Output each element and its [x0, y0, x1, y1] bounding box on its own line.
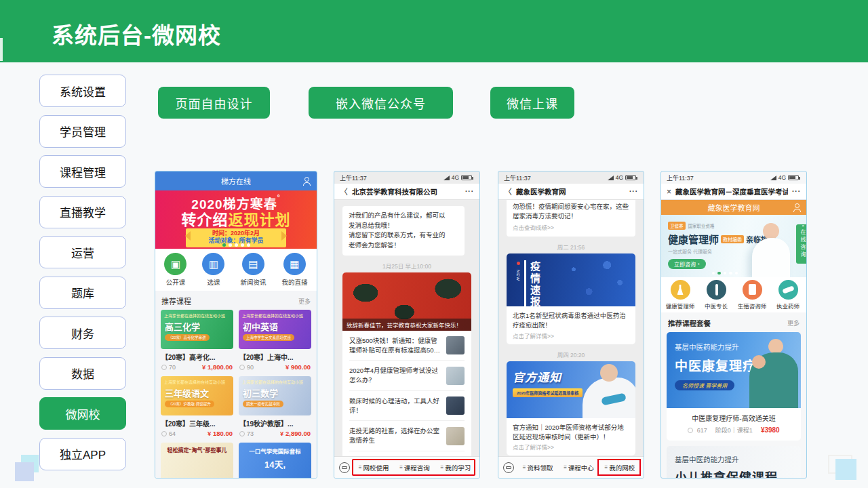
sidebar-item-finance[interactable]: 财务 [39, 317, 126, 349]
article-card-epidemic[interactable]: NEW 疫情速报 北京1名新型冠状病毒患者通过中医药治疗痊愈出院！ 点击了解详情… [507, 253, 635, 344]
article-link[interactable]: 点击了解详情>> [507, 331, 635, 344]
sidebar-item-question-bank[interactable]: 题库 [39, 277, 126, 309]
hero-banner[interactable]: 卫健委 国家职业资格 健康管理师 教材编委 亲临授课 一站式服务 代理服务 立即… [661, 215, 806, 277]
sidebar-item-data[interactable]: 数据 [39, 357, 126, 390]
article-card-notice[interactable]: 官方通知 2020年医师资格考试延迟现场审核 官方通知｜2020年医师资格考试部… [507, 361, 635, 456]
menu-my-school[interactable]: ≡我的网校 [604, 463, 635, 472]
article-card[interactable]: 致辞新春佳节，芸学教育恭祝大家新年快乐！ 又涨500块钱！新通知：健康管理师补贴… [342, 272, 471, 479]
quick-icon-news[interactable]: ▤ 新闻资讯 [240, 253, 266, 287]
course-card[interactable]: 上海家长都在选择的在线互动小班 初中英语 上海中学生英文素质培优班 【20寒】上… [239, 310, 311, 371]
status-icons: 4G [608, 174, 638, 181]
quick-icon-my-live[interactable]: ▦ 我的直播 [281, 253, 307, 287]
course-card[interactable]: 轻松搞定“淘气”那些事儿 [161, 443, 233, 479]
article-item[interactable]: 2020年4月健康管理师考试没过怎么办？ [349, 360, 465, 390]
more-link[interactable]: 更多 [298, 297, 311, 306]
battery-icon [625, 175, 636, 180]
promo-banner[interactable]: 2020梯方寒春 转介绍返现计划 时间：2020年2月 活动对象：所有学员 [155, 190, 317, 249]
article-card-cut[interactable]: 勿恐慌！疫情期间想要安心宅在家，这些居家消毒方法要切记！ 点击查询成绩>> [507, 200, 635, 237]
course-card[interactable]: 一口气学完国际音标 14天, [239, 443, 311, 479]
consult-now-button[interactable]: 立即咨询› [668, 259, 706, 269]
clipboard-icon [743, 280, 762, 300]
menu-school-usage[interactable]: ≡网校使用 [359, 463, 389, 472]
category-fertility-consultant[interactable]: 生殖咨询师 [737, 280, 767, 310]
epidemic-cover-image: NEW 疫情速报 [507, 253, 635, 306]
nurse-photo [747, 220, 794, 277]
arrow-icon: › [698, 261, 700, 267]
course-card[interactable]: 上海家长都在选择的在线互动小班 初三数学 期末一模考实战冲刺 【19秋沪教版】.… [239, 376, 311, 437]
article-link[interactable]: 点击了解详情>> [507, 443, 635, 455]
header-left-accent [0, 38, 3, 61]
feature-button-wechat-class[interactable]: 微信上课 [490, 87, 574, 119]
sidebar-item-micro-school[interactable]: 微网校 [39, 397, 126, 430]
category-health-manager[interactable]: 健康管理师 [665, 280, 695, 310]
chat-bubble: 对我们的产品有什么建议，都可以 发消息给我哦！ 请您留下您的联系方式，有专业的 … [342, 206, 465, 256]
person-head [752, 355, 766, 369]
cover-pill: 上海中学生英文素质培优班 [243, 334, 294, 341]
sidebar-item-operations[interactable]: 运营 [39, 236, 126, 268]
article-item[interactable]: 走投无路的社畜，选择在办公室激情养生 [349, 420, 465, 451]
quick-icon-open-course[interactable]: ▣ 公开课 [164, 253, 186, 287]
status-bar: 上午11:37 4G [498, 171, 644, 184]
menu-course-center[interactable]: ≡课程中心 [564, 463, 594, 472]
sidebar-item-standalone-app[interactable]: 独立APP [39, 438, 126, 470]
sidebar-item-student-mgmt[interactable]: 学员管理 [39, 115, 126, 148]
decor-square [15, 462, 34, 481]
feature-button-free-page-design[interactable]: 页面自由设计 [158, 87, 270, 119]
menu-materials[interactable]: ≡资料领取 [523, 463, 553, 472]
more-menu-icon[interactable]: ··· [465, 188, 474, 195]
sidebar-item-system-settings[interactable]: 系统设置 [39, 75, 126, 107]
user-icon[interactable] [303, 177, 311, 184]
phone-screenshot-wechat-account-2: 上午11:37 4G 〈 藏象医学教育网 ··· 勿恐慌！疫情期间想要安心宅在家… [498, 171, 644, 479]
status-bar: 上午11:37 4G [661, 171, 806, 184]
category-tcm-specialty[interactable]: 中医专长 [701, 280, 731, 310]
quick-icon-pick-course[interactable]: ▥ 选课 [202, 253, 224, 287]
menu-icon: ≡ [523, 464, 526, 470]
back-icon[interactable]: 〈 [340, 186, 348, 197]
course-card[interactable]: 上海家长都在选择的在线互动小班 三年级语文 （20寒）沪教版·阅读提升 【20寒… [161, 376, 233, 437]
sidebar: 系统设置 学员管理 课程管理 直播教学 运营 题库 财务 数据 微网校 独立AP… [39, 75, 126, 470]
section-title: 推荐课程套餐 [668, 318, 711, 328]
menu-my-learning[interactable]: ≡我的学习 [440, 463, 471, 472]
category-licensed-pharmacist[interactable]: 执业药师 [773, 280, 803, 310]
article-item[interactable]: 赖床时候的心理活动，工具人好评！ [349, 390, 465, 421]
person-icon [161, 365, 167, 370]
clock: 上午11:37 [667, 174, 694, 182]
course-package-card[interactable]: 基层中医药能力提升 中医康复理疗课程 名师授课 晋学善用 中医康复理疗师-高效通… [667, 332, 801, 441]
article-item[interactable]: 又涨500块钱！新通知：健康管理师补贴可在原有标准提高500元！ [349, 331, 465, 361]
app-title: 梯方在线 [221, 176, 251, 186]
chat-timestamp: 1月25日 早上10:00 [334, 262, 479, 270]
course-price: ¥ 900.00 [285, 363, 311, 371]
more-menu-icon[interactable]: ··· [792, 188, 801, 195]
course-card[interactable]: 上海家长都在选择的在线互动小班 高三化学 （20寒）高考化学串讲 【20寒】高考… [161, 310, 233, 371]
course-package-card-partial[interactable]: 基层中医药能力提升 小儿推拿保健课程 名师授课 易学易用 [667, 446, 801, 479]
more-link[interactable]: 更多 [787, 319, 800, 327]
notice-cover-image: 官方通知 2020年医师资格考试延迟现场审核 [507, 361, 635, 418]
course-price: ¥ 2,890.00 [280, 430, 311, 437]
carousel-dots[interactable] [661, 272, 789, 275]
quick-nav-row: ▣ 公开课 ▥ 选课 ▤ 新闻资讯 ▦ 我的直播 [155, 249, 317, 291]
enroll-count: 64 [161, 430, 176, 437]
course-cover: 轻松搞定“淘气”那些事儿 [161, 443, 233, 479]
online-consult-tab[interactable]: 在线咨询 [796, 224, 806, 264]
close-icon[interactable]: × [667, 187, 671, 197]
people-photo [743, 332, 801, 408]
keyboard-icon[interactable] [339, 462, 350, 473]
sidebar-item-live-teaching[interactable]: 直播教学 [39, 196, 126, 228]
course-title: 【19秋沪教版】... [239, 418, 311, 428]
nav-bar: 〈 北京芸学教育科技有限公司 ··· [334, 184, 479, 200]
cover-tagline: 上海家长都在选择的在线互动小班 [239, 376, 311, 385]
feature-button-embed-wechat[interactable]: 嵌入微信公众号 [309, 87, 453, 119]
banner-line2: 转介绍返现计划 [155, 212, 317, 228]
carousel-dots[interactable] [155, 243, 317, 247]
back-icon[interactable]: 〈 [504, 186, 512, 197]
article-link[interactable]: 点击查询成绩>> [513, 224, 629, 232]
person-icon [688, 428, 693, 433]
article-text: 官方通知｜2020年医师资格考试部分地区延迟现场审核时间（更新中）！ [507, 418, 635, 443]
more-menu-icon[interactable]: ··· [629, 188, 638, 195]
keyboard-icon[interactable] [503, 462, 514, 473]
network-label: 4G [616, 174, 623, 181]
enroll-count: 617 [688, 427, 707, 434]
sidebar-item-course-mgmt[interactable]: 课程管理 [39, 155, 126, 188]
menu-course-consult[interactable]: ≡课程咨询 [399, 463, 430, 472]
user-icon[interactable] [793, 203, 801, 211]
